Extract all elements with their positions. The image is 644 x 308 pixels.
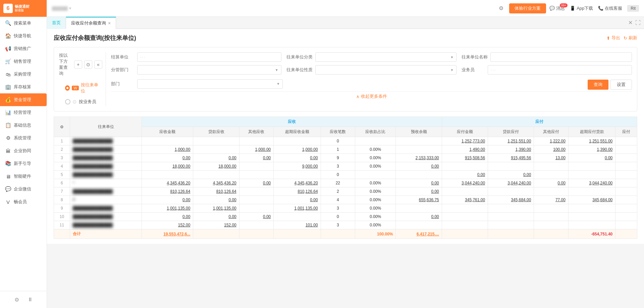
query-button[interactable]: 查询 <box>588 80 608 90</box>
add-scheme-button[interactable]: + <box>74 60 82 69</box>
ar_prepay-cell[interactable]: 0.00 <box>396 179 442 187</box>
topbar-gear-button[interactable]: ⚙ <box>496 4 506 13</box>
sidebar-item-sales[interactable]: 🛒 销售管理 <box>0 55 47 68</box>
sidebar-item-inventory[interactable]: 🏢 库存核算 <box>0 81 47 93</box>
ar_amount-cell[interactable]: 1,000.00 <box>142 145 193 154</box>
sidebar-item-wechat[interactable]: 💬 企业微信 <box>0 183 47 195</box>
ap_overdue-cell[interactable]: 1,390.00 <box>568 145 615 154</box>
tab-ar-balance[interactable]: 应收应付余额查询 × <box>66 17 116 29</box>
sidebar-item-finance[interactable]: 💰 资金管理 <box>0 93 47 106</box>
ar_amount-cell[interactable]: 0.00 <box>142 196 193 204</box>
ar_loan-cell[interactable]: 0.00 <box>193 213 239 221</box>
managing-dept-input[interactable]: ▼ <box>137 65 281 75</box>
ar_prepay-cell[interactable]: 2,153,333.00 <box>396 154 442 162</box>
ar_amount-cell[interactable]: 0.00 <box>142 154 193 162</box>
ap_overdue-cell[interactable]: 1,251,551.00 <box>568 137 615 145</box>
ap_amount-cell[interactable]: 3,044,240.00 <box>442 179 488 187</box>
message-button[interactable]: 💬 消息 99+ <box>549 5 565 11</box>
sidebar-item-enterprise[interactable]: 🏛 企业协同 <box>0 144 47 157</box>
ap_amount-cell[interactable]: 345,761.00 <box>442 196 488 204</box>
ar_loan-cell[interactable]: 4,345,436.20 <box>193 179 239 187</box>
settlement-unit-input[interactable]: ··· <box>137 52 281 62</box>
tab-expand-icon[interactable]: ⛶ <box>635 20 641 26</box>
ar_loan-cell[interactable]: 0.00 <box>193 154 239 162</box>
ap_amount-cell[interactable]: 915,508.56 <box>442 154 488 162</box>
ar_overdue-cell[interactable]: 4,345,436.20 <box>274 179 321 187</box>
collapse-filter-button[interactable]: ∧ 收起更多条件 <box>111 91 632 101</box>
ar_overdue-cell[interactable]: 0.00 <box>274 154 321 162</box>
ap_loan-cell[interactable]: 3,044,240.00 <box>488 179 534 187</box>
sidebar-collapse-button[interactable]: ⏸ <box>25 295 35 305</box>
ar_prepay-cell[interactable]: 655,636.75 <box>396 196 442 204</box>
sidebar-item-search[interactable]: 🔍 搜索菜单 <box>0 17 47 30</box>
partner-name-input[interactable] <box>490 52 632 62</box>
ar_overdue-cell[interactable]: 1,000.00 <box>274 145 321 154</box>
ar_loan-cell[interactable]: 18,000.00 <box>193 162 239 171</box>
ap_loan-cell[interactable]: 0.00 <box>488 171 534 179</box>
ar_amount-cell[interactable]: 1,001,135.00 <box>142 204 193 213</box>
ar_other-cell[interactable]: 0.00 <box>239 154 273 162</box>
ap_overdue-cell[interactable]: 0.00 <box>568 154 615 162</box>
more-scheme-button[interactable]: « <box>94 60 102 69</box>
promo-button[interactable]: 体验行业方案 <box>509 3 546 13</box>
ap_loan-cell[interactable]: 1,251,551.00 <box>488 137 534 145</box>
ar_overdue-cell[interactable]: 810,126.64 <box>274 187 321 196</box>
ar_other-cell[interactable]: 0.00 <box>239 213 273 221</box>
total-ar-prepay[interactable]: 6,417,215.... <box>396 229 442 239</box>
filter-option-salesperson[interactable]: ⊙ 按业务员 <box>62 97 102 106</box>
ar_loan-cell[interactable]: 1,001,135.00 <box>193 204 239 213</box>
ap_other-cell[interactable]: 77.00 <box>534 196 568 204</box>
ap_amount-cell[interactable]: 1,490.00 <box>442 145 488 154</box>
sidebar-item-member[interactable]: V 畅会员 <box>0 195 47 208</box>
ar_overdue-cell[interactable]: 0.00 <box>274 196 321 204</box>
ar_loan-cell[interactable]: 810,126.64 <box>193 187 239 196</box>
ar_amount-cell[interactable]: 4,345,436.20 <box>142 179 193 187</box>
table-settings-header[interactable]: ⚙ <box>54 117 70 137</box>
sidebar-item-quicknav[interactable]: 🏠 快捷导航 <box>0 30 47 42</box>
sidebar-settings-button[interactable]: ⚙ <box>12 295 22 305</box>
tab-home[interactable]: 首页 <box>47 17 66 29</box>
ar_overdue-cell[interactable]: 1,001,135.00 <box>274 204 321 213</box>
sidebar-item-marketing[interactable]: 📢 营销推广 <box>0 42 47 55</box>
ap_other-cell[interactable]: 0.00 <box>534 179 568 187</box>
ap_loan-cell[interactable]: 915,495.56 <box>488 154 534 162</box>
partner-category-input[interactable]: ▼ <box>315 52 457 62</box>
sidebar-item-basic[interactable]: 📋 基础信息 <box>0 119 47 132</box>
ar_other-cell[interactable]: 0.00 <box>239 179 273 187</box>
sidebar-item-guide[interactable]: 📚 新手引导 <box>0 157 47 170</box>
ar_amount-cell[interactable]: 0.00 <box>142 213 193 221</box>
ar_loan-cell[interactable]: 152.00 <box>193 221 239 229</box>
ap_other-cell[interactable]: 1,222.00 <box>534 137 568 145</box>
ap_overdue-cell[interactable]: 3,044,240.00 <box>568 179 615 187</box>
ap_amount-cell[interactable]: 1,252,773.00 <box>442 137 488 145</box>
ar_prepay-cell[interactable]: 0.00 <box>396 187 442 196</box>
tab-close-all-icon[interactable]: ✕ <box>628 19 633 26</box>
total-ar-amount[interactable]: 19,553,472,6... <box>142 229 193 239</box>
filter-option-partner[interactable]: W 按往来单位 <box>62 81 102 95</box>
ar_overdue-cell[interactable]: 9,000.00 <box>274 162 321 171</box>
edit-scheme-button[interactable]: ⊙ <box>84 60 92 69</box>
settings-button[interactable]: 设置 <box>610 80 632 90</box>
ar_amount-cell[interactable]: 810,126.64 <box>142 187 193 196</box>
salesperson-input[interactable]: ··· <box>488 65 632 75</box>
ar_loan-cell[interactable]: 0.00 <box>193 196 239 204</box>
sidebar-item-purchase[interactable]: 🛍 采购管理 <box>0 68 47 81</box>
ap_loan-cell[interactable]: 1,390.00 <box>488 145 534 154</box>
ap_amount-cell[interactable]: 0.00 <box>442 171 488 179</box>
ap_overdue-cell[interactable]: 345,684.00 <box>568 196 615 204</box>
ar_amount-cell[interactable]: 152.00 <box>142 221 193 229</box>
ap_other-cell[interactable]: 100.00 <box>534 145 568 154</box>
user-menu-button[interactable]: Rit <box>627 6 639 11</box>
refresh-button[interactable]: ↻ 刷新 <box>624 35 637 41</box>
ar_overdue-cell[interactable]: 101.00 <box>274 221 321 229</box>
ar_other-cell[interactable]: 1,000.00 <box>239 145 273 154</box>
ap_other-cell[interactable]: 13.00 <box>534 154 568 162</box>
ap_loan-cell[interactable]: 345,684.00 <box>488 196 534 204</box>
online-service-button[interactable]: 📞 在线客服 <box>598 5 622 11</box>
export-button[interactable]: ⬆ 导出 <box>606 35 620 41</box>
partner-nature-input[interactable]: ▼ <box>315 65 457 75</box>
ar_amount-cell[interactable]: 18,000.00 <box>142 162 193 171</box>
ar_prepay-cell[interactable]: 0.00 <box>396 213 442 221</box>
app-download-button[interactable]: 📱 App下载 <box>570 5 593 11</box>
dept-input[interactable]: ▼ <box>137 79 283 89</box>
